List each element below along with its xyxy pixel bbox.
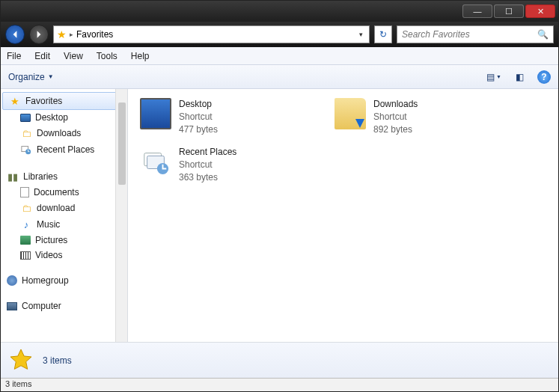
desktop-shortcut-icon — [140, 98, 171, 129]
sidebar-label: Libraries — [23, 171, 58, 182]
favorites-star-icon: ★ — [57, 28, 67, 40]
preview-pane-icon: ◧ — [516, 72, 524, 82]
organize-label: Organize — [8, 72, 45, 82]
file-size: 363 bytes — [179, 171, 236, 184]
file-type: Shortcut — [179, 111, 218, 123]
search-input[interactable] — [402, 29, 537, 40]
minimize-button[interactable]: — — [462, 4, 492, 18]
file-name: Downloads — [373, 98, 418, 111]
desktop-icon — [20, 114, 31, 122]
preview-pane-button[interactable]: ◧ — [512, 70, 527, 85]
view-mode-button[interactable]: ▤▼ — [486, 70, 501, 85]
sidebar-label: download — [37, 203, 75, 213]
sidebar-label: Downloads — [37, 128, 81, 138]
sidebar-item-music[interactable]: ♪ Music — [1, 216, 127, 233]
recent-places-shortcut-icon — [140, 146, 171, 177]
sidebar-label: Documents — [34, 187, 79, 197]
refresh-icon: ↻ — [379, 29, 387, 40]
sidebar-item-favorites[interactable]: ★ Favorites — [2, 92, 126, 110]
back-button[interactable] — [5, 25, 25, 44]
star-icon: ★ — [9, 95, 21, 107]
close-button[interactable]: ✕ — [525, 4, 555, 18]
organize-button[interactable]: Organize ▼ — [8, 72, 54, 82]
address-bar[interactable]: ★ ▸ Favorites ▾ — [53, 25, 370, 43]
menu-tools[interactable]: Tools — [97, 51, 117, 61]
maximize-button[interactable]: ☐ — [494, 4, 524, 18]
navigation-pane: ★ Favorites Desktop 🗀 Downloads Recent P… — [1, 89, 128, 342]
sidebar-item-documents[interactable]: Documents — [1, 185, 127, 200]
chevron-down-icon: ▼ — [496, 74, 501, 79]
arrow-left-icon — [10, 30, 19, 39]
address-dropdown-icon[interactable]: ▾ — [356, 31, 366, 38]
file-size: 892 bytes — [373, 123, 418, 136]
address-location: Favorites — [76, 29, 113, 40]
search-box[interactable]: 🔍 — [397, 25, 554, 43]
sidebar-label: Pictures — [35, 235, 67, 245]
homegroup-icon — [7, 275, 17, 286]
menubar: File Edit View Tools Help — [1, 47, 558, 65]
file-item-recent-places[interactable]: Recent Places Shortcut 363 bytes — [138, 144, 311, 185]
sidebar-item-homegroup[interactable]: Homegroup — [1, 273, 127, 288]
status-bar: 3 items — [1, 378, 558, 391]
sidebar-label: Recent Places — [37, 144, 94, 155]
content-pane[interactable]: Desktop Shortcut 477 bytes Downloads Sho… — [128, 89, 558, 342]
chevron-down-icon: ▼ — [48, 73, 54, 80]
sidebar-label: Videos — [35, 250, 62, 260]
search-icon: 🔍 — [537, 29, 549, 40]
favorites-icon — [8, 348, 34, 373]
sidebar-item-downloads[interactable]: 🗀 Downloads — [1, 125, 127, 141]
folder-icon: 🗀 — [20, 127, 32, 139]
breadcrumb-separator-icon: ▸ — [70, 31, 73, 38]
sidebar-label: Homegroup — [22, 275, 69, 286]
status-text: 3 items — [5, 379, 31, 388]
sidebar-item-computer[interactable]: Computer — [1, 298, 127, 313]
sidebar-item-desktop[interactable]: Desktop — [1, 110, 127, 125]
menu-help[interactable]: Help — [131, 51, 150, 61]
arrow-right-icon — [34, 30, 43, 39]
command-bar: Organize ▼ ▤▼ ◧ ? — [1, 65, 558, 89]
details-summary: 3 items — [43, 355, 72, 366]
navbar: ★ ▸ Favorites ▾ ↻ 🔍 — [1, 22, 558, 47]
videos-icon — [20, 251, 31, 260]
sidebar-label: Music — [37, 219, 60, 230]
sidebar-label: Favorites — [25, 96, 62, 106]
forward-button[interactable] — [29, 25, 49, 44]
computer-icon — [7, 302, 17, 310]
menu-file[interactable]: File — [7, 51, 21, 61]
titlebar: — ☐ ✕ — [1, 1, 558, 22]
file-size: 477 bytes — [179, 123, 218, 136]
body: ★ Favorites Desktop 🗀 Downloads Recent P… — [1, 89, 558, 342]
refresh-button[interactable]: ↻ — [374, 25, 392, 43]
downloads-shortcut-icon — [335, 98, 366, 129]
help-icon: ? — [541, 72, 546, 82]
file-item-downloads[interactable]: Downloads Shortcut 892 bytes — [333, 97, 505, 137]
recent-places-icon — [20, 144, 32, 156]
sidebar-item-pictures[interactable]: Pictures — [1, 233, 127, 248]
libraries-icon: ▮▮ — [7, 171, 19, 183]
view-tiles-icon: ▤ — [486, 72, 495, 82]
menu-view[interactable]: View — [64, 51, 83, 61]
sidebar-item-libraries[interactable]: ▮▮ Libraries — [1, 168, 127, 185]
menu-edit[interactable]: Edit — [34, 51, 50, 61]
sidebar-scrollbar[interactable] — [115, 89, 127, 342]
explorer-window: — ☐ ✕ ★ ▸ Favorites ▾ ↻ 🔍 File Edit View… — [0, 0, 559, 392]
file-name: Recent Places — [179, 146, 236, 159]
help-button[interactable]: ? — [537, 70, 551, 84]
sidebar-item-videos[interactable]: Videos — [1, 248, 127, 263]
sidebar-item-download[interactable]: 🗀 download — [1, 200, 127, 216]
file-type: Shortcut — [373, 111, 418, 123]
details-pane: 3 items — [1, 342, 558, 378]
pictures-icon — [20, 236, 31, 245]
sidebar-label: Desktop — [35, 112, 68, 123]
file-name: Desktop — [179, 98, 218, 111]
sidebar-item-recent-places[interactable]: Recent Places — [1, 141, 127, 158]
file-item-desktop[interactable]: Desktop Shortcut 477 bytes — [138, 97, 311, 137]
documents-icon — [20, 187, 29, 197]
folder-icon: 🗀 — [20, 202, 32, 214]
music-icon: ♪ — [20, 218, 32, 230]
sidebar-label: Computer — [22, 301, 61, 311]
file-type: Shortcut — [179, 159, 236, 171]
